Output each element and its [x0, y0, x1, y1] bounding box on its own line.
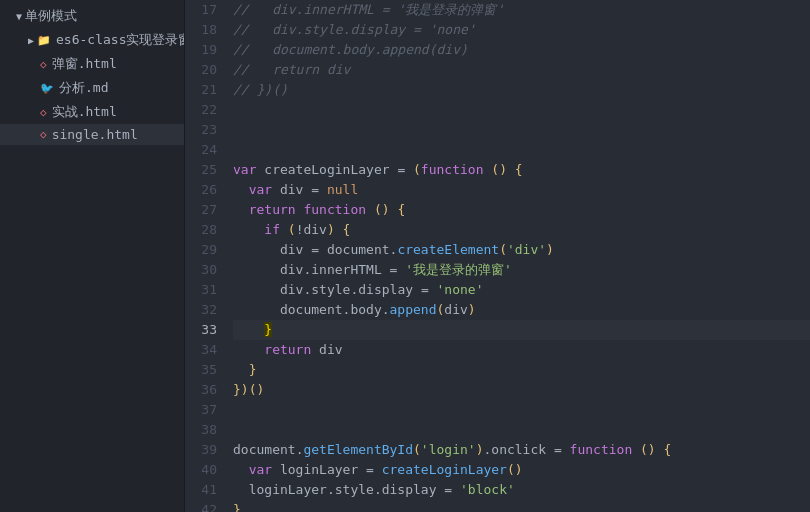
token-plain: display: [382, 482, 445, 497]
code-line: // div.style.display = 'none': [233, 20, 810, 40]
token-fn: createElement: [397, 242, 499, 257]
code-line: div.innerHTML = '我是登录的弹窗': [233, 260, 810, 280]
code-line: return div: [233, 340, 810, 360]
token-paren: (): [374, 202, 390, 217]
sidebar-item-label: single.html: [52, 127, 138, 142]
html-icon: ◇: [40, 106, 47, 119]
code-line: var div = null: [233, 180, 810, 200]
code-line: [233, 100, 810, 120]
line-number: 29: [193, 240, 217, 260]
token-plain: [366, 202, 374, 217]
token-punct: =: [311, 242, 327, 257]
token-plain: [280, 222, 288, 237]
token-plain: div: [444, 302, 467, 317]
line-number: 28: [193, 220, 217, 240]
code-line: // return div: [233, 60, 810, 80]
line-number: 33: [193, 320, 217, 340]
token-bracket: {: [515, 162, 523, 177]
sidebar-item-label: 弹窗.html: [52, 55, 117, 73]
code-line: div.style.display = 'none': [233, 280, 810, 300]
token-punct: =: [390, 262, 406, 277]
token-punct: =: [421, 282, 437, 297]
token-plain: div: [233, 282, 303, 297]
code-editor[interactable]: 1718192021222324252627282930313233343536…: [185, 0, 810, 512]
code-line: })(): [233, 380, 810, 400]
token-kw: return: [264, 342, 311, 357]
code-line: div = document.createElement('div'): [233, 240, 810, 260]
token-plain: [233, 222, 264, 237]
code-line: // })(): [233, 80, 810, 100]
token-plain: document: [233, 302, 343, 317]
token-paren: (: [288, 222, 296, 237]
token-comment: // document.body.append(div): [233, 42, 468, 57]
code-lines: // div.innerHTML = '我是登录的弹窗'// div.style…: [229, 0, 810, 512]
token-punct: =: [397, 162, 413, 177]
token-comment: // return div: [233, 62, 350, 77]
line-number: 42: [193, 500, 217, 512]
token-paren: (: [413, 442, 421, 457]
token-str: 'div': [507, 242, 546, 257]
line-number: 40: [193, 460, 217, 480]
token-paren: ): [327, 222, 335, 237]
sidebar-root[interactable]: ▼ 单例模式: [0, 4, 184, 28]
token-str: 'block': [460, 482, 515, 497]
line-number: 22: [193, 100, 217, 120]
token-plain: div: [233, 242, 311, 257]
line-number: 20: [193, 60, 217, 80]
code-line: [233, 140, 810, 160]
folder-icon: 📁: [37, 34, 51, 47]
token-plain: [233, 462, 249, 477]
sidebar-item-practice-html[interactable]: ◇ 实战.html: [0, 100, 184, 124]
code-line: // document.body.append(div): [233, 40, 810, 60]
line-number: 31: [193, 280, 217, 300]
code-line: }: [233, 320, 810, 340]
sidebar-item-es6-class[interactable]: ▶ 📁 es6-class实现登录窗: [0, 28, 184, 52]
token-comment: // div.innerHTML = '我是登录的弹窗': [233, 2, 504, 17]
chevron-right-icon: ▶: [28, 35, 34, 46]
token-plain: body: [350, 302, 381, 317]
token-bracket: }: [233, 502, 241, 512]
token-bracket: }: [233, 382, 241, 397]
token-plain: div: [233, 262, 303, 277]
line-number: 24: [193, 140, 217, 160]
line-numbers: 1718192021222324252627282930313233343536…: [185, 0, 229, 512]
code-line: [233, 120, 810, 140]
token-str: 'login': [421, 442, 476, 457]
code-area: 1718192021222324252627282930313233343536…: [185, 0, 810, 512]
token-plain: [233, 322, 264, 337]
code-line: if (!div) {: [233, 220, 810, 240]
token-comment: // div.style.display = 'none': [233, 22, 476, 37]
token-plain: [233, 182, 249, 197]
code-line: loginLayer.style.display = 'block': [233, 480, 810, 500]
sidebar-item-single-html[interactable]: ◇ single.html: [0, 124, 184, 145]
token-paren: (): [507, 462, 523, 477]
code-line: return function () {: [233, 200, 810, 220]
sidebar-item-analysis-md[interactable]: 🐦 分析.md: [0, 76, 184, 100]
token-kw: function: [303, 202, 366, 217]
token-fn: createLoginLayer: [382, 462, 507, 477]
token-paren: (): [491, 162, 507, 177]
token-plain: loginLayer: [233, 482, 327, 497]
md-icon: 🐦: [40, 82, 54, 95]
token-plain: div: [272, 182, 311, 197]
token-null-val: null: [327, 182, 358, 197]
line-number: 39: [193, 440, 217, 460]
token-paren: (): [640, 442, 656, 457]
html-icon: ◇: [40, 58, 47, 71]
line-number: 25: [193, 160, 217, 180]
token-fn: append: [390, 302, 437, 317]
code-line: document.getElementById('login').onclick…: [233, 440, 810, 460]
line-number: 41: [193, 480, 217, 500]
sidebar-item-modal-html[interactable]: ◇ 弹窗.html: [0, 52, 184, 76]
token-fn: getElementById: [303, 442, 413, 457]
token-plain: onclick: [491, 442, 554, 457]
line-number: 35: [193, 360, 217, 380]
token-paren: ): [546, 242, 554, 257]
token-bracket: {: [397, 202, 405, 217]
token-paren: )(): [241, 382, 264, 397]
line-number: 37: [193, 400, 217, 420]
html-icon: ◇: [40, 128, 47, 141]
line-number: 19: [193, 40, 217, 60]
token-bracket: }: [249, 362, 257, 377]
token-punct: =: [554, 442, 570, 457]
